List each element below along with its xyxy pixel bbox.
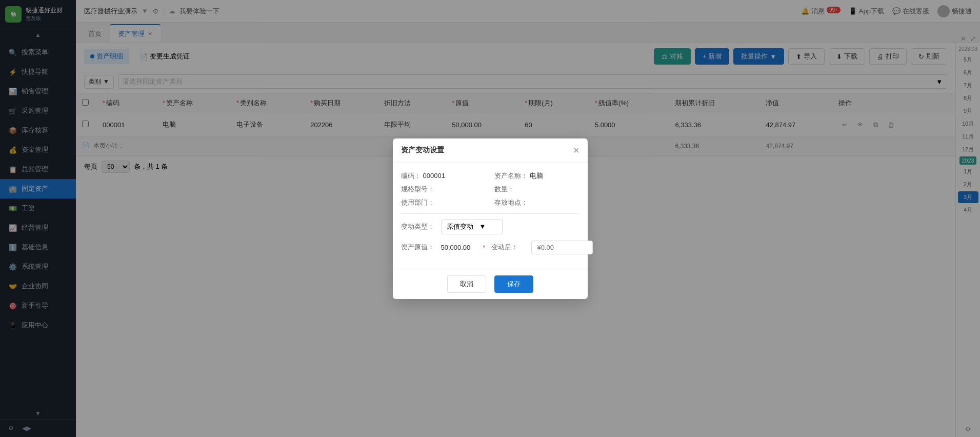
dialog-info-grid: 编码： 000001 资产名称： 电脑 规格型号： 数量： 使用部门： (401, 171, 579, 207)
after-change-input[interactable] (531, 241, 593, 254)
dialog-original-value-row: 资产原值： 50,000.00 * 变动后： (401, 241, 579, 254)
asset-change-dialog: 资产变动设置 ✕ 编码： 000001 资产名称： 电脑 规格型号： 数量： (393, 138, 588, 299)
dialog-footer: 取消 保存 (393, 269, 588, 299)
change-type-select[interactable]: 原值变动 ▼ (441, 219, 503, 234)
dialog-header: 资产变动设置 ✕ (393, 138, 588, 163)
modal-overlay: 资产变动设置 ✕ 编码： 000001 资产名称： 电脑 规格型号： 数量： (0, 0, 980, 437)
cancel-button[interactable]: 取消 (447, 275, 486, 293)
original-value-display: 50,000.00 (441, 244, 471, 251)
required-marker: * (483, 244, 485, 251)
save-button[interactable]: 保存 (494, 275, 533, 293)
dialog-body: 编码： 000001 资产名称： 电脑 规格型号： 数量： 使用部门： (393, 163, 588, 269)
dialog-dept: 使用部门： (401, 198, 486, 207)
dialog-spec: 规格型号： (401, 185, 486, 194)
dialog-quantity: 数量： (494, 185, 579, 194)
dialog-change-type-row: 变动类型： 原值变动 ▼ (401, 219, 579, 234)
dialog-divider (401, 213, 579, 214)
dialog-storage: 存放地点： (494, 198, 579, 207)
dialog-title: 资产变动设置 (401, 146, 444, 155)
change-type-label: 变动类型： (401, 222, 437, 231)
dialog-code: 编码： 000001 (401, 171, 486, 181)
after-change-label: 变动后： (491, 243, 527, 252)
dialog-asset-name: 资产名称： 电脑 (494, 171, 579, 181)
change-type-value: 原值变动 (447, 222, 473, 231)
change-type-dropdown-icon: ▼ (479, 223, 486, 230)
dialog-close-btn[interactable]: ✕ (573, 146, 579, 155)
original-value-label: 资产原值： (401, 243, 437, 252)
